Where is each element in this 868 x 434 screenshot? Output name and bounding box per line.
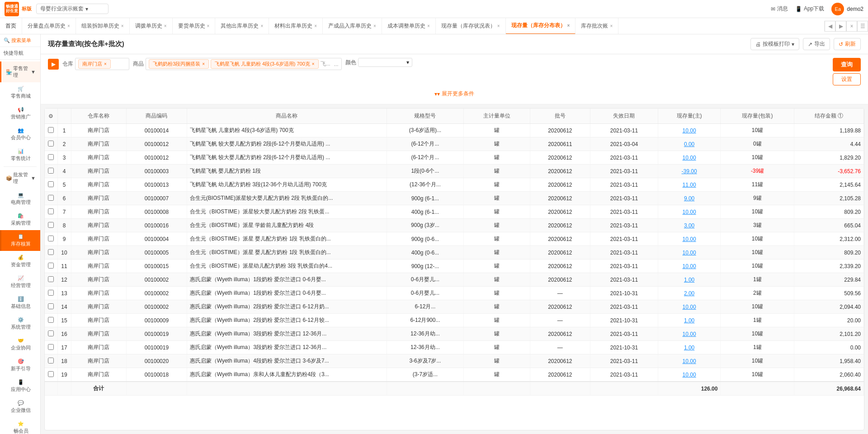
- cell-stock-main[interactable]: 10.00: [658, 327, 721, 341]
- cell-stock-main[interactable]: 10.00: [658, 246, 721, 259]
- cell-stock-main[interactable]: 0.00: [658, 137, 721, 151]
- cell-checkbox[interactable]: [45, 232, 57, 246]
- cell-checkbox[interactable]: [45, 219, 57, 232]
- cell-stock-main[interactable]: 10.00: [658, 205, 721, 219]
- tab-prev-button[interactable]: ◀: [825, 21, 835, 32]
- sidebar-item-retail-shop[interactable]: 🛒 零售商城: [0, 82, 40, 103]
- tab-home[interactable]: 首页: [0, 18, 22, 34]
- cell-checkbox[interactable]: [45, 273, 57, 287]
- th-closing-amt[interactable]: 结存金额 ①: [794, 108, 864, 124]
- quick-nav-button[interactable]: 快捷导航: [0, 47, 40, 60]
- sidebar-item-marketing[interactable]: 📢 营销推广: [0, 103, 40, 124]
- refresh-button[interactable]: ↺ 刷新: [834, 38, 861, 50]
- sidebar-item-members[interactable]: 👥 会员中心: [0, 124, 40, 145]
- cell-checkbox[interactable]: [45, 368, 57, 382]
- sidebar-item-purchase[interactable]: 🛍️ 采购管理: [0, 209, 40, 230]
- tab-disassemble[interactable]: 组装拆卸单历史 ×: [76, 18, 130, 34]
- remove-warehouse-tag[interactable]: ×: [104, 61, 107, 66]
- tab-close-icon[interactable]: ×: [427, 24, 430, 28]
- tab-menu-button[interactable]: ☰: [857, 21, 868, 32]
- cell-checkbox[interactable]: [45, 178, 57, 192]
- cell-stock-main[interactable]: -39.00: [658, 165, 721, 178]
- cell-checkbox[interactable]: [45, 300, 57, 314]
- tab-inventory-split[interactable]: 分量盘点单历史 ×: [22, 18, 76, 34]
- sidebar-item-retail-stats[interactable]: 📊 零售统计: [0, 145, 40, 165]
- cell-checkbox[interactable]: [45, 327, 57, 341]
- tab-stock-status[interactable]: 现存量（库存状况表） ×: [436, 18, 506, 34]
- sidebar-item-basic-info[interactable]: ℹ️ 基础信息: [0, 292, 40, 313]
- warehouse-tags-container[interactable]: 南岸门店 ×: [75, 58, 129, 70]
- sidebar-item-vip[interactable]: ⭐ 畅会员: [0, 417, 40, 434]
- th-spec[interactable]: 规格型号: [387, 108, 464, 124]
- sidebar-item-guide[interactable]: 🎯 新手引导: [0, 355, 40, 376]
- sidebar-item-operations[interactable]: 📈 经营管理: [0, 272, 40, 292]
- tab-batch-ledger[interactable]: 库存批次账 ×: [576, 18, 618, 34]
- template-print-button[interactable]: 🖨 按模板打印 ▾: [750, 38, 799, 50]
- tab-close-current-button[interactable]: ×: [846, 21, 857, 32]
- cell-checkbox[interactable]: [45, 287, 57, 300]
- tab-material-out[interactable]: 材料出库单历史 ×: [269, 18, 323, 34]
- tab-close-icon[interactable]: ×: [67, 24, 70, 28]
- warehouse-tag-nanshan[interactable]: 南岸门店 ×: [78, 59, 111, 69]
- cell-stock-main[interactable]: 1.00: [658, 314, 721, 327]
- product-tag-1[interactable]: 飞鹤奶粉3段丙捆搭装 ×: [149, 59, 209, 69]
- cell-stock-main[interactable]: 2.00: [658, 287, 721, 300]
- remove-product-tag-1[interactable]: ×: [202, 61, 205, 66]
- expand-conditions-button[interactable]: ▾▾ 展开更多条件: [434, 90, 474, 98]
- tab-close-icon[interactable]: ×: [314, 24, 317, 28]
- color-input[interactable]: ▾: [358, 58, 412, 67]
- tab-close-icon[interactable]: ×: [207, 24, 210, 28]
- cell-checkbox[interactable]: [45, 246, 57, 259]
- product-tag-2[interactable]: 飞鹤星飞帆 儿童奶粉 4段(3-6岁适用) 700克 ×: [211, 59, 319, 69]
- sidebar-item-inventory[interactable]: 📋 库存核算: [0, 230, 40, 251]
- filter-expand-toggle[interactable]: ▶: [48, 59, 59, 70]
- tab-close-icon[interactable]: ×: [121, 24, 124, 28]
- th-product-name[interactable]: 商品名称: [187, 108, 387, 124]
- export-button[interactable]: ↗ 导出: [803, 38, 830, 50]
- th-settings[interactable]: ⚙: [45, 108, 57, 124]
- company-selector[interactable]: 母婴行业演示账套 ▾: [36, 4, 108, 14]
- cell-stock-main[interactable]: 3.00: [658, 219, 721, 232]
- th-stock-pkg[interactable]: 现存量(包装): [721, 108, 794, 124]
- cell-stock-main[interactable]: 1.00: [658, 341, 721, 354]
- th-stock-main[interactable]: 现存量(主): [658, 108, 721, 124]
- remove-product-tag-2[interactable]: ×: [312, 61, 315, 66]
- tab-next-button[interactable]: ▶: [835, 21, 846, 32]
- tab-mix[interactable]: 调拨单历史 ×: [130, 18, 173, 34]
- th-batch[interactable]: 批号: [530, 108, 590, 124]
- sidebar-item-collab[interactable]: 🤝 企业协同: [0, 334, 40, 355]
- user-area[interactable]: Ea demo2: [831, 3, 863, 15]
- cell-checkbox[interactable]: [45, 192, 57, 205]
- tab-close-icon[interactable]: ×: [260, 24, 263, 28]
- cell-stock-main[interactable]: 10.00: [658, 300, 721, 314]
- tab-close-icon[interactable]: ×: [164, 24, 167, 28]
- sidebar-item-finance[interactable]: 💰 资金管理: [0, 251, 40, 272]
- cell-checkbox[interactable]: [45, 354, 57, 368]
- th-expiry[interactable]: 失效日期: [590, 108, 658, 124]
- cell-stock-main[interactable]: 10.00: [658, 151, 721, 165]
- cell-stock-main[interactable]: 1.00: [658, 273, 721, 287]
- sidebar-item-system[interactable]: ⚙️ 系统管理: [0, 313, 40, 334]
- th-product-code[interactable]: 商品编码: [127, 108, 187, 124]
- message-button[interactable]: ✉ 消息: [771, 5, 788, 13]
- sidebar-item-ecommerce[interactable]: 💻 电商管理: [0, 189, 40, 209]
- th-warehouse[interactable]: 仓库名称: [71, 108, 127, 124]
- tab-product-in[interactable]: 产成品入库单历史 ×: [323, 18, 382, 34]
- sidebar-item-retail-mgmt[interactable]: 🏪 零售管理 ▼: [0, 61, 40, 82]
- product-tags-container[interactable]: 飞鹤奶粉3段丙捆搭装 × 飞鹤星飞帆 儿童奶粉 4段(3-6岁适用) 700克 …: [146, 58, 342, 70]
- tab-close-icon[interactable]: ×: [373, 24, 376, 28]
- sidebar-item-wechat[interactable]: 💬 企业微信: [0, 396, 40, 417]
- cell-checkbox[interactable]: [45, 205, 57, 219]
- query-button[interactable]: 查询: [833, 58, 861, 71]
- cell-checkbox[interactable]: [45, 341, 57, 354]
- cell-checkbox[interactable]: [45, 124, 57, 137]
- cell-checkbox[interactable]: [45, 165, 57, 178]
- cell-stock-main[interactable]: 11.00: [658, 178, 721, 192]
- tab-close-icon[interactable]: ×: [567, 23, 570, 28]
- cell-checkbox[interactable]: [45, 137, 57, 151]
- cell-checkbox[interactable]: [45, 151, 57, 165]
- cell-stock-main[interactable]: 9.00: [658, 192, 721, 205]
- sidebar-item-apps[interactable]: 📱 应用中心: [0, 376, 40, 396]
- download-button[interactable]: 📱 App下载: [795, 5, 824, 13]
- cell-stock-main[interactable]: 10.00: [658, 354, 721, 368]
